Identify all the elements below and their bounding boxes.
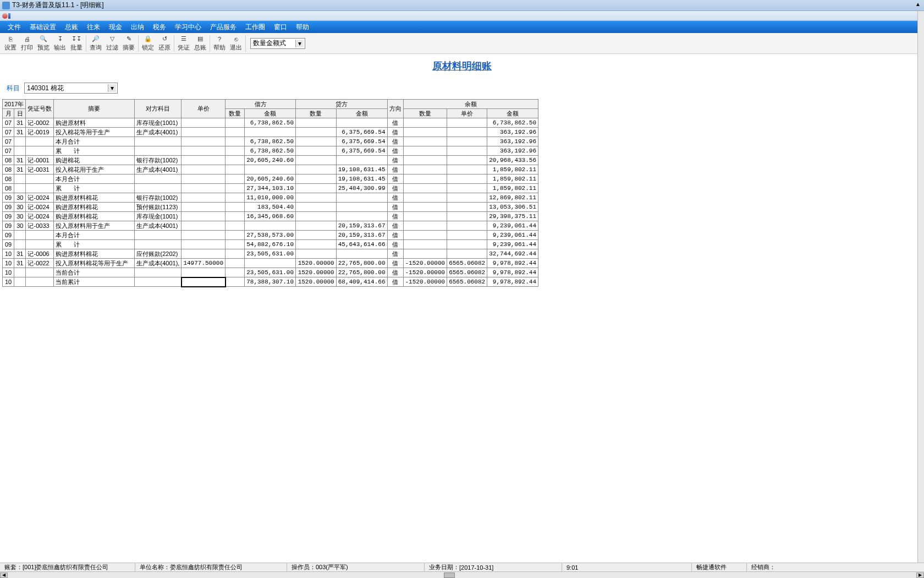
restore-button-label: 还原 — [158, 43, 170, 52]
scroll-left-button[interactable]: ◀ — [0, 572, 8, 578]
cell-m: 08 — [3, 156, 14, 165]
cell-da: 27,344,103.10 — [245, 184, 296, 193]
cell-dq — [226, 193, 245, 203]
cell-ca: 6,375,669.54 — [336, 128, 387, 137]
menu-file[interactable]: 文件 — [3, 23, 25, 32]
cell-vno: 记-0024 — [26, 212, 54, 221]
th-voucher: 凭证号数 — [26, 100, 54, 118]
table-row[interactable]: 1031记-0006购进原材料棉花应付账款(2202)23,505,631.00… — [3, 249, 538, 259]
cell-opp — [134, 137, 182, 146]
menu-cashier[interactable]: 出纳 — [127, 23, 148, 32]
cell-summ: 投入棉花等用于生产 — [54, 128, 134, 137]
table-row[interactable]: 1031记-0022投入原材料棉花等用于生产生产成本(4001),14977.5… — [3, 259, 538, 268]
export-button[interactable]: ↧输出 — [52, 34, 68, 53]
subject-label: 科目 — [7, 84, 20, 93]
vertical-scrollbar[interactable] — [917, 11, 924, 563]
cell-ca — [336, 156, 387, 165]
table-row[interactable]: 0731记-0019投入棉花等用于生产生产成本(4001)6,375,669.5… — [3, 128, 538, 137]
batch-button[interactable]: ↧↧批量 — [68, 34, 85, 53]
menu-window[interactable]: 窗口 — [270, 23, 292, 32]
table-row[interactable]: 0930记-0033投入原材料用于生产生产成本(4001)20,159,313.… — [3, 221, 538, 231]
table-row[interactable]: 0731记-0002购进原材料库存现金(1001)6,738,862.50借6,… — [3, 118, 538, 128]
cell-m: 09 — [3, 231, 14, 240]
cell-price — [182, 212, 226, 221]
cell-d — [14, 240, 26, 249]
cell-bq: -1520.00000 — [403, 259, 447, 268]
exit-button[interactable]: ⎋退出 — [228, 34, 244, 53]
table-row[interactable]: 10当前合计23,505,631.001520.0000022,765,800.… — [3, 268, 538, 277]
status-company: 单位名称：娄底恒鑫纺织有限责任公司 — [135, 563, 287, 571]
cell-summ: 购进原材料棉花 — [54, 212, 134, 221]
cell-ca: 45,643,614.66 — [336, 240, 387, 249]
status-time: 9:01 — [562, 563, 692, 571]
table-row[interactable]: 10当前累计78,388,307.101520.0000068,409,414.… — [3, 277, 538, 287]
print-button[interactable]: 🖨打印 — [19, 34, 35, 53]
cell-ca: 20,159,313.67 — [336, 231, 387, 240]
cell-dq — [226, 240, 245, 249]
scroll-right-button[interactable]: ▶ — [916, 572, 924, 578]
menu-product[interactable]: 产品服务 — [206, 23, 241, 32]
cell-opp — [134, 268, 182, 277]
cell-cq — [296, 184, 337, 193]
preview-button[interactable]: 🔍预览 — [35, 34, 52, 53]
help-button[interactable]: ?帮助 — [211, 34, 228, 53]
ledger-button[interactable]: ▤总账 — [192, 34, 208, 53]
cell-opp: 生产成本(4001), — [134, 259, 182, 268]
table-row[interactable]: 08累 计27,344,103.1025,484,300.99借1,859,80… — [3, 184, 538, 193]
sub-title-bar — [0, 11, 924, 21]
cell-cq — [296, 203, 337, 212]
menu-cash[interactable]: 现金 — [105, 23, 127, 32]
menu-workgroup[interactable]: 工作圈 — [241, 23, 270, 32]
cell-opp — [134, 277, 182, 287]
table-row[interactable]: 09累 计54,882,676.1045,643,614.66借9,239,06… — [3, 240, 538, 249]
lock-button[interactable]: 🔒锁定 — [140, 34, 156, 53]
table-row[interactable]: 0831记-0031投入棉花用于生产生产成本(4001)19,108,631.4… — [3, 165, 538, 175]
cell-summ: 当前合计 — [54, 268, 134, 277]
menu-basic[interactable]: 基础设置 — [25, 23, 61, 32]
cell-cq: 1520.00000 — [296, 268, 337, 277]
table-row[interactable]: 0831记-0001购进棉花银行存款(1002)20,605,240.60借20… — [3, 156, 538, 165]
table-row[interactable]: 0930记-0024购进原材料棉花银行存款(1002)11,010,000.00… — [3, 193, 538, 203]
scroll-thumb[interactable] — [444, 572, 455, 578]
cell-dq — [226, 156, 245, 165]
toolbar-separator — [174, 35, 174, 52]
content-area: 原材料明细账 科目 140301 棉花 2017年 凭证号数 摘要 对方科目 单… — [2, 54, 922, 564]
cell-ca — [336, 249, 387, 259]
menu-help[interactable]: 帮助 — [292, 23, 314, 32]
table-row[interactable]: 08本月合计20,605,240.6019,108,631.45借1,859,8… — [3, 175, 538, 184]
help-icon: ? — [215, 35, 224, 43]
menu-general[interactable]: 总账 — [61, 23, 82, 32]
cell-bq: -1520.00000 — [403, 268, 447, 277]
table-row[interactable]: 0930记-0024购进原材料棉花库存现金(1001)16,345,068.60… — [3, 212, 538, 221]
table-row[interactable]: 09本月合计27,538,573.0020,159,313.67借9,239,0… — [3, 231, 538, 240]
th-direction: 方向 — [387, 100, 403, 118]
filter-button[interactable]: ▽过滤 — [104, 34, 120, 53]
menu-learn[interactable]: 学习中心 — [170, 23, 206, 32]
cell-dq — [226, 212, 245, 221]
subject-combo[interactable]: 140301 棉花 — [24, 83, 118, 94]
table-row[interactable]: 0930记-0024购进原材料棉花预付账款(1123)183,504.40借13… — [3, 203, 538, 212]
cell-dq — [226, 268, 245, 277]
display-mode-combo[interactable]: 数量金额式 — [250, 38, 305, 49]
table-row[interactable]: 07本月合计6,738,862.506,375,669.54借363,192.9… — [3, 137, 538, 146]
voucher-button[interactable]: ☰凭证 — [175, 34, 192, 53]
export-button-label: 输出 — [54, 43, 66, 52]
menu-tax[interactable]: 税务 — [148, 23, 170, 32]
summary-button[interactable]: ✎摘要 — [120, 34, 137, 53]
settings-button[interactable]: ⎘设置 — [2, 34, 19, 53]
cell-cq — [296, 165, 337, 175]
status-operator: 操作员：003(严平军) — [287, 563, 425, 571]
cell-opp — [134, 146, 182, 156]
restore-button[interactable]: ↺还原 — [156, 34, 173, 53]
cell-opp — [134, 240, 182, 249]
window-up-arrow[interactable]: ▲ — [915, 1, 921, 7]
query-button[interactable]: 🔎查询 — [87, 34, 104, 53]
cell-opp — [134, 184, 182, 193]
preview-button-label: 预览 — [37, 43, 50, 52]
table-row[interactable]: 07累 计6,738,862.506,375,669.54借363,192.96 — [3, 146, 538, 156]
horizontal-scrollbar[interactable]: ◀ ▶ — [0, 571, 924, 578]
scroll-track[interactable] — [8, 572, 916, 578]
menu-arap[interactable]: 往来 — [82, 23, 105, 32]
cell-m: 10 — [3, 277, 14, 287]
cell-m: 08 — [3, 175, 14, 184]
